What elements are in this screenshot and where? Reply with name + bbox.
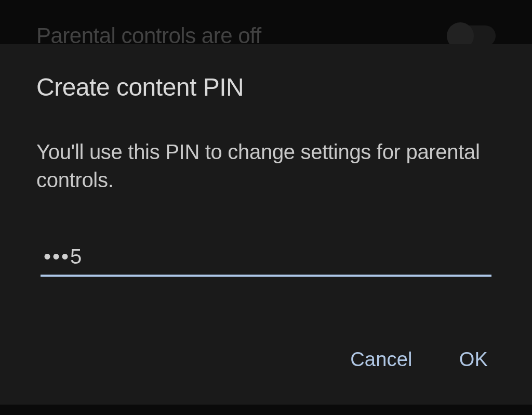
pin-input-value: •••5 bbox=[41, 243, 491, 275]
create-pin-dialog: Create content PIN You'll use this PIN t… bbox=[0, 44, 532, 405]
dialog-actions: Cancel OK bbox=[36, 348, 496, 384]
dialog-body-text: You'll use this PIN to change settings f… bbox=[36, 138, 496, 194]
dialog-title: Create content PIN bbox=[36, 73, 496, 101]
pin-input[interactable]: •••5 bbox=[41, 243, 491, 277]
cancel-button[interactable]: Cancel bbox=[350, 348, 413, 371]
pin-input-underline bbox=[41, 275, 491, 277]
parental-controls-toggle[interactable] bbox=[449, 25, 496, 46]
ok-button[interactable]: OK bbox=[459, 348, 488, 371]
